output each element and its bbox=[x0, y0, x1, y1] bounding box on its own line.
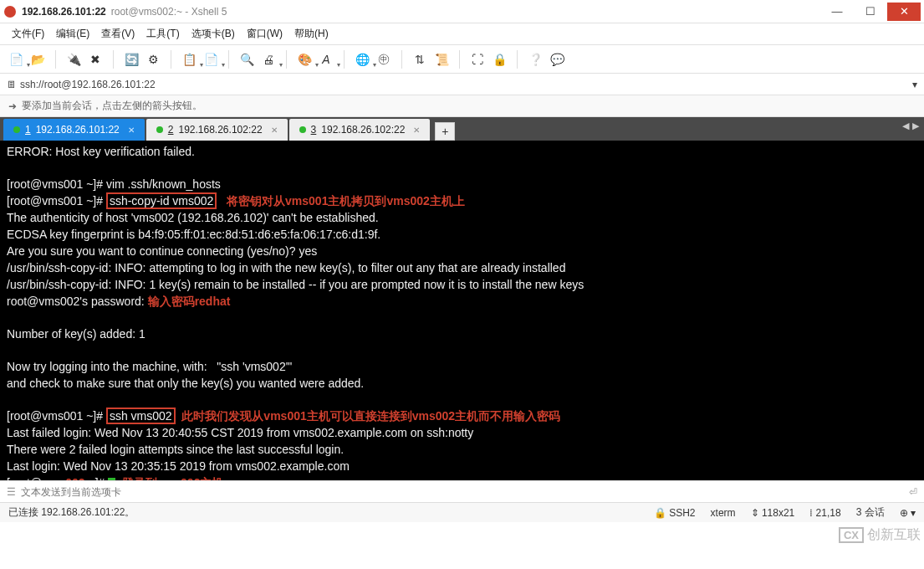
separator bbox=[228, 50, 229, 69]
session-tab-3[interactable]: 3 192.168.26.102:22 ✕ bbox=[289, 119, 431, 141]
tab-close-icon[interactable]: ✕ bbox=[128, 126, 135, 135]
script-icon[interactable]: 📜 bbox=[432, 50, 451, 69]
fullscreen-icon[interactable]: ⛶ bbox=[468, 50, 487, 69]
menu-edit[interactable]: 编辑(E) bbox=[56, 27, 89, 41]
separator bbox=[344, 50, 345, 69]
encoding-icon[interactable]: 🌐 bbox=[353, 50, 371, 69]
input-target-icon[interactable]: ☰ bbox=[7, 486, 16, 498]
separator bbox=[401, 50, 402, 69]
status-protocol: 🔒 SSH2 bbox=[654, 507, 696, 519]
menu-tab[interactable]: 选项卡(B) bbox=[191, 27, 235, 41]
status-sessions: 3 会话 bbox=[856, 505, 885, 520]
annotation: 登录到vms002主机 bbox=[115, 476, 223, 480]
new-tab-button[interactable]: + bbox=[435, 122, 455, 141]
term-line: and check to make sure that only the key… bbox=[7, 377, 364, 390]
term-line: The authenticity of host 'vms002 (192.16… bbox=[7, 211, 379, 224]
status-cursor-pos: ⁞ 21,18 bbox=[809, 507, 840, 519]
disconnect-icon[interactable]: ✖ bbox=[86, 50, 105, 69]
close-button[interactable]: ✕ bbox=[887, 3, 921, 21]
lang-icon[interactable]: ㊥ bbox=[375, 50, 393, 69]
send-text-input[interactable] bbox=[21, 486, 904, 498]
term-line: /usr/bin/ssh-copy-id: INFO: 1 key(s) rem… bbox=[7, 278, 584, 291]
tab-nav: ◀ ▶ bbox=[902, 120, 919, 131]
term-line: There were 2 failed login attempts since… bbox=[7, 443, 344, 456]
status-dot-icon bbox=[13, 126, 20, 133]
term-line: [root@vms001 ~]# vim .ssh/known_hosts bbox=[7, 177, 221, 191]
maximize-button[interactable]: ☐ bbox=[854, 3, 887, 21]
term-line: Number of key(s) added: 1 bbox=[7, 327, 145, 341]
menu-help[interactable]: 帮助(H) bbox=[294, 27, 329, 41]
separator bbox=[517, 50, 518, 69]
font-icon[interactable]: A bbox=[317, 50, 335, 69]
svg-point-0 bbox=[4, 6, 16, 18]
tab-close-icon[interactable]: ✕ bbox=[413, 126, 420, 135]
app-icon bbox=[3, 5, 17, 18]
status-dot-icon bbox=[299, 126, 306, 133]
send-input-bar: ☰ ⏎ bbox=[0, 480, 924, 502]
tab-num: 3 bbox=[311, 124, 317, 136]
menu-view[interactable]: 查看(V) bbox=[101, 27, 135, 41]
address-url[interactable]: ssh://root@192.168.26.101:22 bbox=[20, 79, 156, 90]
hint-arrow-icon[interactable]: ➜ bbox=[8, 100, 17, 112]
tab-close-icon[interactable]: ✕ bbox=[271, 126, 278, 135]
chat-icon[interactable]: 💬 bbox=[548, 50, 566, 69]
term-line: Last login: Wed Nov 13 20:35:15 2019 fro… bbox=[7, 459, 350, 473]
separator bbox=[286, 50, 287, 69]
bookmark-icon[interactable]: 🗏 bbox=[7, 79, 17, 90]
reconnect-icon[interactable]: 🔄 bbox=[122, 50, 140, 69]
properties-icon[interactable]: ⚙ bbox=[144, 50, 162, 69]
help-icon[interactable]: ❔ bbox=[526, 50, 544, 69]
term-line: root@vms002's password: bbox=[7, 295, 148, 308]
status-connection: 已连接 192.168.26.101:22。 bbox=[8, 505, 135, 520]
title-host: 192.168.26.101:22 bbox=[22, 6, 106, 18]
transfer-icon[interactable]: ⇅ bbox=[411, 50, 429, 69]
find-icon[interactable]: 🔍 bbox=[237, 50, 256, 69]
lock-icon[interactable]: 🔒 bbox=[490, 50, 508, 69]
term-line: Last failed login: Wed Nov 13 20:40:55 C… bbox=[7, 426, 473, 439]
title-sub: root@vms002:~ - Xshell 5 bbox=[111, 6, 227, 18]
term-line: ]# bbox=[95, 476, 109, 480]
minimize-button[interactable]: — bbox=[820, 3, 854, 21]
address-bar: 🗏 ssh://root@192.168.26.101:22 ▾ bbox=[0, 74, 924, 95]
open-session-icon[interactable]: 📂 bbox=[28, 50, 47, 69]
menu-window[interactable]: 窗口(W) bbox=[247, 27, 283, 41]
term-line: /usr/bin/ssh-copy-id: INFO: attempting t… bbox=[7, 261, 565, 274]
separator bbox=[171, 50, 171, 69]
separator bbox=[113, 50, 114, 69]
input-send-icon[interactable]: ⏎ bbox=[909, 486, 917, 498]
tab-label: 192.168.26.102:22 bbox=[178, 124, 262, 136]
color-icon[interactable]: 🎨 bbox=[295, 50, 314, 69]
annotation: 此时我们发现从vms001主机可以直接连接到vms002主机而不用输入密码 bbox=[176, 409, 561, 423]
tab-num: 2 bbox=[168, 124, 174, 136]
separator bbox=[459, 50, 460, 69]
new-session-icon[interactable]: 📄 bbox=[7, 50, 25, 69]
toolbar: 📄 📂 🔌 ✖ 🔄 ⚙ 📋 📄 🔍 🖨 🎨 A 🌐 ㊥ ⇅ 📜 ⛶ 🔒 ❔ 💬 bbox=[0, 45, 924, 74]
status-dot-icon bbox=[156, 126, 163, 133]
menu-file[interactable]: 文件(F) bbox=[12, 27, 44, 41]
term-line: ECDSA key fingerprint is b4:f9:05:ff:01:… bbox=[7, 228, 380, 241]
annotation: 将密钥对从vms001主机拷贝到vms002主机上 bbox=[217, 194, 464, 208]
paste-icon[interactable]: 📄 bbox=[202, 50, 220, 69]
term-line: [root@vms001 ~]# bbox=[7, 194, 106, 208]
term-line: [root@ bbox=[7, 476, 42, 480]
highlighted-command: ssh-copy-id vms002 bbox=[106, 192, 217, 209]
session-tab-2[interactable]: 2 192.168.26.102:22 ✕ bbox=[146, 119, 288, 141]
status-menu-icon[interactable]: ⊕ ▾ bbox=[900, 507, 916, 519]
session-tab-1[interactable]: 1 192.168.26.101:22 ✕ bbox=[3, 119, 145, 141]
annotation: 输入密码redhat bbox=[148, 295, 231, 308]
print-icon[interactable]: 🖨 bbox=[259, 50, 278, 69]
tab-next-icon[interactable]: ▶ bbox=[912, 120, 919, 131]
tab-prev-icon[interactable]: ◀ bbox=[902, 120, 909, 131]
status-bar: 已连接 192.168.26.101:22。 🔒 SSH2 xterm ⇕ 11… bbox=[0, 502, 924, 522]
tab-label: 192.168.26.102:22 bbox=[321, 124, 405, 136]
term-line: Are you sure you want to continue connec… bbox=[7, 244, 317, 258]
watermark: CX创新互联 bbox=[839, 526, 921, 544]
separator bbox=[55, 50, 56, 69]
tab-num: 1 bbox=[25, 124, 31, 136]
menu-tools[interactable]: 工具(T) bbox=[146, 27, 179, 41]
copy-icon[interactable]: 📋 bbox=[180, 50, 198, 69]
address-dropdown-icon[interactable]: ▾ bbox=[912, 79, 917, 90]
terminal-output[interactable]: ERROR: Host key verification failed. [ro… bbox=[0, 141, 924, 480]
connect-icon[interactable]: 🔌 bbox=[64, 50, 83, 69]
terminal-cursor bbox=[108, 478, 115, 480]
